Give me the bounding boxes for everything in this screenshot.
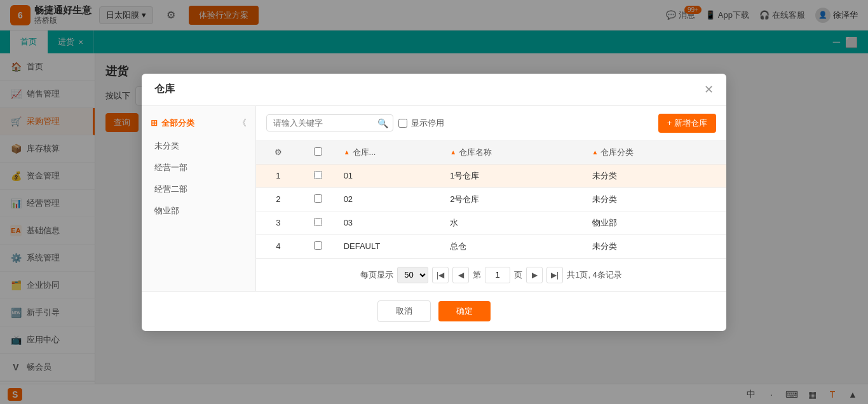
select-all-checkbox[interactable] (314, 147, 322, 156)
modal-toolbar: 🔍 显示停用 + 新增仓库 (256, 106, 726, 141)
col-header-check (301, 141, 336, 165)
row-check (301, 211, 336, 234)
last-page-button[interactable]: ▶| (546, 267, 563, 283)
modal-footer: 取消 确定 (142, 291, 726, 331)
col-header-gear: ⚙ (256, 141, 301, 165)
warehouse-modal: 仓库 ✕ ⊞ 全部分类 《 未分类 经营一部 (142, 74, 726, 331)
warehouse-table: ⚙ ▲ 仓库... (256, 141, 726, 259)
row-check (301, 234, 336, 258)
table-row[interactable]: 2 02 2号仓库 未分类 (256, 187, 726, 211)
row-name: 水 (442, 211, 584, 234)
page-unit: 页 (514, 269, 522, 281)
modal-sidebar-item-dept1[interactable]: 经营一部 (142, 157, 255, 178)
row-name: 1号仓库 (442, 164, 584, 187)
gear-icon: ⚙ (275, 147, 282, 157)
row-code: 02 (336, 187, 443, 211)
col-header-code: ▲ 仓库... (336, 141, 443, 165)
sort-icon-name: ▲ (450, 149, 456, 156)
page-label: 第 (473, 269, 481, 281)
total-info: 共1页, 4条记录 (567, 269, 622, 281)
first-page-button[interactable]: |◀ (432, 267, 449, 283)
row-category: 未分类 (585, 187, 726, 211)
prev-page-button[interactable]: ◀ (452, 267, 469, 283)
add-warehouse-button[interactable]: + 新增仓库 (658, 114, 716, 133)
row-checkbox[interactable] (314, 194, 322, 203)
row-checkbox[interactable] (314, 171, 322, 179)
row-code: 01 (336, 164, 443, 187)
row-name: 总仓 (442, 234, 584, 258)
row-check (301, 164, 336, 187)
col-header-name: ▲ 仓库名称 (442, 141, 584, 165)
modal-sidebar: ⊞ 全部分类 《 未分类 经营一部 经营二部 物业部 (142, 106, 256, 291)
modal-sidebar-item-dept2[interactable]: 经营二部 (142, 178, 255, 200)
modal-sidebar-item-property[interactable]: 物业部 (142, 200, 255, 222)
row-gear: 4 (256, 234, 301, 258)
row-category: 未分类 (585, 164, 726, 187)
row-checkbox[interactable] (314, 241, 322, 250)
search-icon: 🔍 (377, 118, 388, 128)
row-code: 03 (336, 211, 443, 234)
modal-sidebar-header: ⊞ 全部分类 《 (142, 114, 255, 135)
table-row[interactable]: 4 DEFAULT 总仓 未分类 (256, 234, 726, 258)
modal-close-button[interactable]: ✕ (704, 83, 714, 97)
row-name: 2号仓库 (442, 187, 584, 211)
table-row[interactable]: 3 03 水 物业部 (256, 211, 726, 234)
row-category: 物业部 (585, 211, 726, 234)
confirm-button[interactable]: 确定 (438, 301, 491, 321)
modal-search-area: 🔍 显示停用 (266, 114, 444, 131)
row-category: 未分类 (585, 234, 726, 258)
row-gear: 3 (256, 211, 301, 234)
col-header-category: ▲ 仓库分类 (585, 141, 726, 165)
modal-overlay: 仓库 ✕ ⊞ 全部分类 《 未分类 经营一部 (0, 0, 868, 404)
modal-main-content: 🔍 显示停用 + 新增仓库 (256, 106, 726, 291)
sort-icon-cat: ▲ (592, 149, 599, 156)
modal-header: 仓库 ✕ (142, 74, 726, 106)
modal-table-wrap: ⚙ ▲ 仓库... (256, 141, 726, 259)
search-input[interactable] (266, 114, 393, 131)
row-gear: 2 (256, 187, 301, 211)
show-disabled-label[interactable]: 显示停用 (398, 118, 444, 129)
show-disabled-checkbox[interactable] (398, 119, 407, 128)
row-check (301, 187, 336, 211)
modal-sidebar-title: ⊞ 全部分类 (151, 118, 194, 129)
modal-pagination: 每页显示 50 |◀ ◀ 第 页 ▶ ▶| 共1页, 4条记录 (256, 259, 726, 291)
modal-title: 仓库 (154, 83, 175, 96)
sidebar-collapse-icon[interactable]: 《 (238, 118, 247, 129)
per-page-label: 每页显示 (360, 269, 393, 281)
row-gear: 1 (256, 164, 301, 187)
page-input[interactable] (485, 267, 510, 283)
search-input-wrap: 🔍 (266, 114, 393, 131)
modal-body: ⊞ 全部分类 《 未分类 经营一部 经营二部 物业部 (142, 106, 726, 291)
row-code: DEFAULT (336, 234, 443, 258)
row-checkbox[interactable] (314, 218, 322, 226)
per-page-select[interactable]: 50 (397, 267, 428, 283)
cancel-button[interactable]: 取消 (377, 300, 431, 322)
grid-icon: ⊞ (151, 118, 158, 128)
next-page-button[interactable]: ▶ (526, 267, 543, 283)
sort-icon: ▲ (344, 149, 350, 156)
table-row[interactable]: 1 01 1号仓库 未分类 (256, 164, 726, 187)
modal-sidebar-item-uncategorized[interactable]: 未分类 (142, 135, 255, 157)
